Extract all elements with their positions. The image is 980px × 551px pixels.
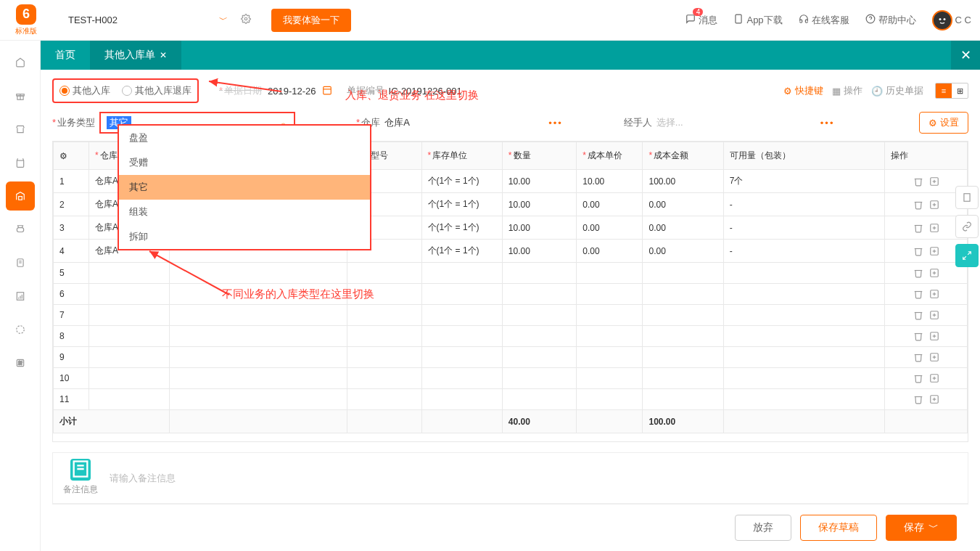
add-row-icon[interactable] (929, 200, 939, 210)
top-header: 6 标准版 TEST-H002 ﹀ 我要体验一下 消息 4 App下载 在线客服 (0, 0, 980, 41)
nav-gift-icon[interactable] (6, 81, 35, 110)
table-row[interactable]: 6 (54, 284, 968, 305)
remark-input[interactable] (110, 473, 958, 483)
dropdown-item[interactable]: 组装 (119, 200, 370, 224)
table-row[interactable]: 8 (54, 326, 968, 347)
side-rail (954, 41, 980, 267)
calendar-icon[interactable] (322, 85, 332, 97)
nav-clipboard-icon[interactable] (6, 248, 35, 277)
dropdown-item[interactable]: 盘盈 (119, 126, 370, 150)
add-row-icon[interactable] (929, 373, 939, 383)
svg-rect-11 (18, 197, 22, 200)
tab-current[interactable]: 其他入库单✕ (90, 41, 181, 70)
warehouse-value[interactable]: 仓库A (384, 116, 544, 129)
delete-row-icon[interactable] (913, 246, 923, 256)
add-row-icon[interactable] (929, 223, 939, 233)
delete-row-icon[interactable] (913, 394, 923, 404)
svg-point-19 (16, 326, 24, 334)
nav-shop-icon[interactable] (6, 115, 35, 144)
rail-link-icon[interactable] (955, 215, 979, 238)
gear-icon[interactable] (241, 14, 251, 27)
help-center-button[interactable]: 帮助中心 (865, 14, 916, 27)
shortcut-button[interactable]: ⚙快捷键 (783, 84, 823, 97)
discard-button[interactable]: 放弃 (735, 515, 791, 541)
delete-row-icon[interactable] (913, 352, 923, 362)
col-qty: *数量 (502, 142, 576, 170)
view-list-icon[interactable]: ≡ (936, 83, 952, 98)
date-value[interactable]: 2019-12-26 (268, 86, 316, 97)
nav-home-icon[interactable] (6, 48, 35, 77)
operate-button[interactable]: ▦操作 (832, 84, 862, 97)
delete-row-icon[interactable] (913, 200, 923, 210)
tab-home[interactable]: 首页 (41, 41, 90, 70)
radio-other-in[interactable]: 其他入库 (59, 84, 110, 97)
org-name: TEST-H002 (68, 15, 118, 25)
app-label: App下载 (746, 14, 782, 27)
svg-rect-1 (736, 15, 741, 23)
col-amount: *成本金额 (643, 142, 723, 170)
table-row[interactable]: 9 (54, 347, 968, 368)
col-gear[interactable]: ⚙ (54, 142, 89, 170)
app-download-button[interactable]: App下载 (733, 14, 782, 27)
delete-row-icon[interactable] (913, 373, 923, 383)
table-row[interactable]: 11 (54, 389, 968, 410)
add-row-icon[interactable] (929, 289, 939, 299)
close-icon[interactable]: ✕ (160, 50, 167, 60)
delete-row-icon[interactable] (913, 331, 923, 341)
table-row[interactable]: 7 (54, 305, 968, 326)
save-button[interactable]: 保存﹀ (886, 515, 957, 541)
radio-dot-icon (59, 86, 70, 96)
dropdown-item[interactable]: 拆卸 (119, 224, 370, 249)
history-icon: 🕘 (871, 86, 883, 97)
phone-icon (733, 14, 744, 26)
add-row-icon[interactable] (929, 176, 939, 187)
nav-warehouse-icon[interactable] (6, 181, 35, 211)
radio-other-return[interactable]: 其他入库退库 (122, 84, 192, 97)
biz-type-label: *业务类型 (52, 116, 95, 129)
add-row-icon[interactable] (929, 331, 939, 341)
history-button[interactable]: 🕘历史单据 (871, 84, 923, 97)
save-draft-button[interactable]: 保存草稿 (800, 515, 877, 541)
nav-report-icon[interactable] (6, 282, 35, 311)
table-row[interactable]: 10 (54, 368, 968, 389)
nav-bag-icon[interactable] (6, 148, 35, 177)
avatar (932, 10, 952, 30)
org-selector[interactable]: TEST-H002 ﹀ (61, 9, 235, 32)
user-menu[interactable]: C C (932, 10, 971, 30)
messages-button[interactable]: 消息 4 (685, 14, 717, 27)
footer: 放弃 保存草稿 保存﹀ (52, 504, 968, 551)
help-label: 帮助中心 (878, 14, 916, 27)
note-icon (70, 460, 91, 481)
biz-type-dropdown: 盘盈受赠其它组装拆卸 (118, 124, 371, 250)
add-row-icon[interactable] (929, 394, 939, 404)
delete-row-icon[interactable] (913, 223, 923, 233)
delete-row-icon[interactable] (913, 289, 923, 299)
nav-sync-icon[interactable] (6, 315, 35, 344)
handler-input[interactable]: 选择... (656, 116, 816, 129)
dropdown-item[interactable]: 受赠 (119, 150, 370, 175)
more-icon[interactable]: ••• (548, 118, 563, 128)
more-icon[interactable]: ••• (820, 118, 835, 128)
nav-money-icon[interactable] (6, 215, 35, 244)
trial-button[interactable]: 我要体验一下 (271, 9, 351, 32)
add-row-icon[interactable] (929, 246, 939, 256)
tabs-bar: 首页 其他入库单✕ ✕ (41, 41, 980, 70)
add-row-icon[interactable] (929, 352, 939, 362)
customer-service-button[interactable]: 在线客服 (799, 14, 849, 27)
chevron-down-icon: ﹀ (219, 14, 228, 26)
svg-point-0 (244, 17, 247, 20)
add-row-icon[interactable] (929, 310, 939, 320)
dropdown-item[interactable]: 其它 (119, 175, 370, 200)
delete-row-icon[interactable] (913, 176, 923, 187)
messages-badge: 4 (693, 8, 703, 16)
delete-row-icon[interactable] (913, 268, 923, 278)
rail-expand-icon[interactable] (955, 244, 979, 267)
remark-section: 备注信息 (52, 452, 968, 504)
logo-icon: 6 (16, 4, 36, 25)
logo-text: 标准版 (15, 26, 37, 36)
add-row-icon[interactable] (929, 268, 939, 278)
nav-new-icon[interactable]: 新 (6, 348, 35, 377)
delete-row-icon[interactable] (913, 310, 923, 320)
rail-note-icon[interactable] (955, 186, 979, 209)
table-row[interactable]: 5 (54, 263, 968, 284)
